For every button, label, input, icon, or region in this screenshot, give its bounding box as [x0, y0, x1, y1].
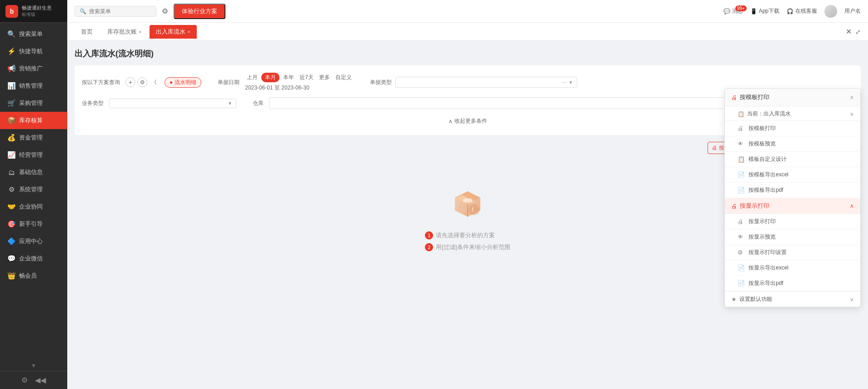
- gear-icon: ⚙: [7, 185, 15, 194]
- dropdown-header[interactable]: 🖨 按模板打印 ∧: [725, 89, 860, 106]
- date-tab-more[interactable]: 更多: [317, 73, 332, 82]
- footer-chevron[interactable]: ∨: [850, 296, 854, 303]
- print-dropdown-panel: 🖨 按模板打印 ∧ 📋 当前：出入库流水 ∨ 🖨 按模板打印 👁 按模板预览: [724, 88, 861, 307]
- filter-collapse-btn[interactable]: 《: [149, 77, 159, 87]
- username-label[interactable]: 用户名: [844, 7, 861, 15]
- tab-flow[interactable]: 出入库流水 ×: [150, 25, 196, 39]
- dropdown-item-template-pdf[interactable]: 📄 按模板导出pdf: [725, 183, 860, 198]
- current-chevron[interactable]: ∨: [850, 111, 854, 117]
- biz-type-chevron: ▼: [228, 101, 232, 106]
- date-tabs: 上月 本月 本年 近7天 更多 自定义: [245, 73, 354, 82]
- svg-text:!: !: [472, 206, 474, 213]
- date-label: 单据日期: [218, 79, 239, 86]
- dropdown-section-display-print[interactable]: 🖨 按显示打印 ∧: [725, 198, 860, 214]
- filter-tag[interactable]: ● 流水明细: [165, 77, 201, 88]
- dropdown-item-template-excel[interactable]: 📄 按模板导出excel: [725, 167, 860, 183]
- dropdown-footer-set-default[interactable]: ★ 设置默认功能 ∨: [725, 291, 860, 307]
- dropdown-item-display-preview[interactable]: 👁 按显示预览: [725, 229, 860, 245]
- search-input[interactable]: [89, 8, 148, 15]
- sidebar-item-inventory[interactable]: 📦 库存核算: [0, 112, 67, 129]
- filter-controls: + ⚙ 《: [125, 77, 159, 87]
- sidebar-item-basic-info[interactable]: 🗂 基础信息: [0, 164, 67, 181]
- dropdown-current-header[interactable]: 📋 当前：出入库流水 ∨: [725, 106, 860, 121]
- sidebar-item-enterprise[interactable]: 🤝 企业协同: [0, 198, 67, 215]
- user-avatar[interactable]: [824, 5, 837, 18]
- search-icon: 🔍: [7, 30, 15, 38]
- main-area: 🔍 ⚙ 体验行业方案 💬 消息 99+ 📱 App下载 🎧 在线客服 用户名: [67, 0, 868, 389]
- dropdown-item-display-pdf[interactable]: 📄 按显示导出pdf: [725, 276, 860, 291]
- settings-bottom-icon[interactable]: ⚙: [21, 376, 28, 384]
- headset-icon: 🎧: [787, 8, 793, 15]
- settings-icon-header[interactable]: ⚙: [162, 7, 168, 15]
- page-title: 出入库流水(流水明细): [75, 48, 861, 59]
- date-tab-this-year[interactable]: 本年: [281, 73, 296, 82]
- maximize-btn[interactable]: ⤢: [855, 28, 861, 35]
- tab-inventory-batch[interactable]: 库存批次账 ×: [101, 25, 148, 39]
- app-download-btn[interactable]: 📱 App下载: [750, 7, 779, 15]
- date-tab-custom[interactable]: 自定义: [334, 73, 354, 82]
- doc-type-more[interactable]: ···: [562, 79, 567, 85]
- sidebar-item-operations[interactable]: 📈 经营管理: [0, 146, 67, 164]
- megaphone-icon: 📢: [7, 65, 15, 73]
- section-up-arrow[interactable]: ∧: [850, 203, 854, 209]
- sidebar-item-marketing[interactable]: 📢 营销推广: [0, 60, 67, 77]
- date-range[interactable]: 2023-06-01 至 2023-06-30: [245, 84, 354, 92]
- trial-btn[interactable]: 体验行业方案: [174, 4, 225, 19]
- doc-type-search[interactable]: [399, 79, 560, 85]
- date-tab-7days[interactable]: 近7天: [298, 73, 315, 82]
- sidebar-item-app-center[interactable]: 🔷 应用中心: [0, 233, 67, 250]
- app-name: 畅捷通好生意 标准版: [22, 5, 52, 17]
- filter-add-btn[interactable]: +: [125, 77, 135, 87]
- tab-close-inventory-batch[interactable]: ×: [139, 29, 141, 35]
- date-tab-this-month[interactable]: 本月: [261, 73, 279, 82]
- customize-icon-item: 📋: [738, 156, 745, 163]
- filter-settings-btn[interactable]: ⚙: [137, 77, 147, 87]
- sidebar-item-finance[interactable]: 💰 资金管理: [0, 129, 67, 146]
- biz-type-label: 业务类型: [82, 100, 104, 107]
- dropdown-item-display-excel[interactable]: 📄 按显示导出excel: [725, 260, 860, 276]
- collapse-icon[interactable]: ◀◀: [35, 376, 46, 384]
- search-box[interactable]: 🔍: [75, 6, 156, 17]
- empty-step-1: 请先选择要分析的方案: [425, 229, 510, 241]
- sidebar-item-purchase[interactable]: 🛒 采购管理: [0, 95, 67, 112]
- money-icon: 💰: [7, 134, 15, 142]
- tab-home[interactable]: 首页: [75, 25, 99, 39]
- filter-tag-icon: ●: [170, 79, 173, 85]
- svg-point-5: [469, 204, 479, 215]
- sidebar-item-guide[interactable]: 🎯 新手引导: [0, 215, 67, 233]
- filter-scheme-label: 按以下方案查询: [82, 79, 120, 86]
- sidebar-item-sales[interactable]: 📊 销售管理: [0, 77, 67, 95]
- excel-icon-item: 📄: [738, 171, 745, 178]
- dropdown-item-template-customize[interactable]: 📋 模板自定义设计: [725, 152, 860, 167]
- biz-type-select[interactable]: ▼: [109, 99, 236, 108]
- search-icon-header: 🔍: [80, 8, 86, 15]
- dropdown-item-display-print-settings[interactable]: ⚙ 按显示打印设置: [725, 245, 860, 260]
- message-btn[interactable]: 💬 消息 99+: [723, 7, 743, 15]
- sidebar: b 畅捷通好生意 标准版 🔍 搜索菜单 ⚡ 快捷导航 📢 营销推广 📊 销售管理…: [0, 0, 67, 389]
- target-icon: 🎯: [7, 220, 15, 228]
- close-tab-btn[interactable]: ✕: [846, 27, 852, 36]
- print-icon-item: 🖨: [738, 125, 745, 132]
- dropdown-item-display-print[interactable]: 🖨 按显示打印: [725, 214, 860, 229]
- sidebar-item-corp-wechat[interactable]: 💬 企业微信: [0, 250, 67, 267]
- phone-icon: 📱: [750, 8, 757, 15]
- current-scheme-icon: 📋: [738, 111, 744, 117]
- online-service-btn[interactable]: 🎧 在线客服: [787, 7, 817, 15]
- sidebar-item-quick-nav[interactable]: ⚡ 快捷导航: [0, 43, 67, 60]
- sidebar-item-search[interactable]: 🔍 搜索菜单: [0, 25, 67, 43]
- print-icon: 🖨: [712, 145, 717, 151]
- empty-state-icon: !: [449, 186, 486, 222]
- sidebar-scroll-down[interactable]: ▼: [0, 360, 67, 371]
- sidebar-logo: b 畅捷通好生意 标准版: [0, 0, 67, 23]
- date-tab-last-month[interactable]: 上月: [245, 73, 259, 82]
- top-header: 🔍 ⚙ 体验行业方案 💬 消息 99+ 📱 App下载 🎧 在线客服 用户名: [67, 0, 868, 23]
- sidebar-item-system[interactable]: ⚙ 系统管理: [0, 181, 67, 198]
- dropdown-header-up-arrow[interactable]: ∧: [850, 94, 854, 100]
- doc-type-input[interactable]: ··· ▼: [395, 77, 577, 88]
- sidebar-item-membership[interactable]: 👑 畅会员: [0, 267, 67, 284]
- tab-close-flow[interactable]: ×: [187, 29, 190, 35]
- tabs-right: ✕ ⤢: [846, 27, 861, 36]
- diamond-icon: 🔷: [7, 237, 15, 245]
- dropdown-item-template-preview[interactable]: 👁 按模板预览: [725, 136, 860, 152]
- dropdown-item-template-print[interactable]: 🖨 按模板打印: [725, 121, 860, 136]
